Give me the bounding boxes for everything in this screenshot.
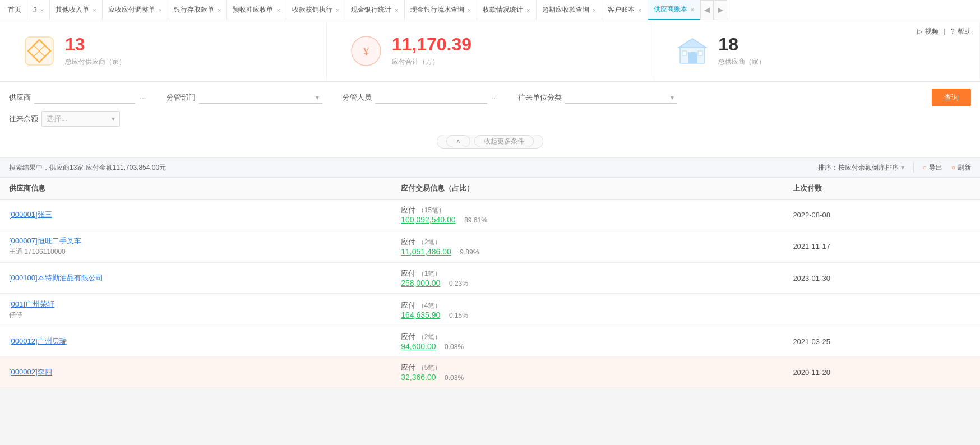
result-info: 搜索结果中，供应商13家 应付金额111,703,854.00元	[9, 163, 166, 173]
nav-tab-prepay[interactable]: 预收冲应收单 ×	[227, 0, 286, 20]
filter-item-person: 分管人员 ···	[343, 91, 498, 104]
cell-last-pay: 2022-08-08	[784, 200, 980, 230]
close-icon[interactable]: ×	[468, 7, 471, 13]
category-select-wrapper[interactable]: ▾	[565, 92, 677, 104]
balance-placeholder: 选择...	[47, 114, 110, 124]
last-pay-date: 2020-11-20	[793, 368, 830, 377]
balance-filter-label: 往来余额	[9, 114, 38, 124]
supplier-link[interactable]: [000002]李四	[9, 368, 52, 376]
nav-tab-label: 其他收入单	[56, 5, 89, 15]
result-right-actions: 排序：按应付余额倒序排序 ▾ ○ 导出 ○ 刷新	[818, 163, 972, 173]
supplier-sub: 仔仔	[9, 310, 383, 320]
cell-tx-info: 应付 （1笔） 258,000.00 0.23%	[392, 263, 784, 294]
nav-tab-cash-stat[interactable]: 现金银行统计 ×	[345, 0, 404, 20]
nav-tab-other-income[interactable]: 其他收入单 ×	[50, 0, 102, 20]
amount-value[interactable]: 258,000.00	[401, 279, 440, 288]
amount-value[interactable]: 94,600.00	[401, 342, 436, 351]
tx-count: （4笔）	[418, 302, 442, 309]
nav-tab-overdue[interactable]: 超期应收款查询 ×	[537, 0, 602, 20]
cell-last-pay: 2021-03-25	[784, 326, 980, 357]
close-icon[interactable]: ×	[395, 7, 398, 13]
table-row: [000002]李四 应付 （5笔） 32,366.00 0.03% 2020-…	[0, 357, 980, 388]
close-icon[interactable]: ×	[526, 7, 530, 13]
nav-tab-supplier-ledger[interactable]: 供应商账本 ×	[648, 0, 700, 20]
supplier-link[interactable]: [000001]张三	[9, 210, 52, 219]
nav-tab-label: 3	[33, 6, 37, 14]
refresh-button[interactable]: ○ 刷新	[951, 163, 971, 173]
nav-tab-label: 供应商账本	[654, 4, 687, 14]
sort-chevron-icon: ▾	[901, 164, 904, 171]
refresh-label: 刷新	[958, 163, 971, 173]
nav-tab-cash-flow[interactable]: 现金银行流水查询 ×	[405, 0, 477, 20]
filter-item-dept: 分管部门 ▾	[167, 92, 322, 104]
supplier-link[interactable]: [000007]恒旺二手叉车	[9, 237, 81, 245]
supplier-input[interactable]	[34, 91, 135, 104]
nav-tab-adjustment[interactable]: 应收应付调整单 ×	[103, 0, 168, 20]
nav-tab-label: 银行存取款单	[174, 5, 214, 15]
amount-value[interactable]: 11,051,486.00	[401, 247, 451, 256]
video-link[interactable]: 视频	[925, 27, 939, 35]
close-icon[interactable]: ×	[159, 7, 162, 13]
person-dots-icon[interactable]: ···	[492, 93, 498, 102]
nav-prev-arrow[interactable]: ◀	[700, 0, 714, 20]
nav-tab-customer-ledger[interactable]: 客户账本 ×	[602, 0, 648, 20]
close-icon[interactable]: ×	[336, 7, 339, 13]
nav-tab-label: 应收应付调整单	[108, 5, 155, 15]
nav-tab-label: 收款情况统计	[483, 5, 523, 15]
supplier-link[interactable]: [001]广州荣轩	[9, 300, 54, 308]
nav-tab-collection-stat[interactable]: 收款情况统计 ×	[477, 0, 536, 20]
balance-chevron-icon: ▾	[112, 115, 115, 123]
person-input[interactable]	[375, 91, 487, 104]
cell-tx-info: 应付 （4笔） 164,635.90 0.15%	[392, 294, 784, 326]
supplier-link[interactable]: [000012]广州贝瑞	[9, 337, 67, 345]
table-body: [000001]张三 应付 （15笔） 100,092,540.00 89.61…	[0, 200, 980, 388]
tx-label: 应付	[401, 301, 418, 309]
supplier-link[interactable]: [000100]本特勤油品有限公司	[9, 274, 103, 282]
amount-value[interactable]: 100,092,540.00	[401, 215, 455, 224]
supplier-sub: 王通 17106110000	[9, 247, 383, 257]
payable-amount-label: 应付合计（万）	[392, 57, 471, 67]
close-icon[interactable]: ×	[276, 7, 280, 13]
supplier-filter-label: 供应商	[9, 92, 31, 103]
close-icon[interactable]: ×	[638, 7, 641, 13]
summary-card-payable-amount: ¥ 11,170.39 应付合计（万）	[327, 23, 654, 79]
nav-tab-3[interactable]: 3 ×	[27, 0, 50, 20]
sort-button[interactable]: 排序：按应付余额倒序排序 ▾	[818, 163, 904, 173]
nav-tab-label: 首页	[8, 5, 21, 15]
close-icon[interactable]: ×	[593, 7, 596, 13]
th-last-pay: 上次付数	[784, 178, 980, 200]
nav-tab-bank[interactable]: 银行存取款单 ×	[168, 0, 227, 20]
export-button[interactable]: ○ 导出	[923, 163, 942, 173]
cell-supplier-info: [000001]张三	[0, 200, 392, 230]
last-pay-date: 2021-03-25	[793, 337, 830, 346]
person-filter-label: 分管人员	[343, 92, 372, 103]
total-suppliers-label: 总供应商（家）	[718, 57, 765, 67]
close-icon[interactable]: ×	[40, 7, 44, 13]
amount-value[interactable]: 32,366.00	[401, 373, 436, 382]
collapse-btn[interactable]: ∧ 收起更多条件	[437, 135, 543, 149]
nav-tab-label: 收款核销执行	[292, 5, 332, 15]
refresh-icon: ○	[951, 164, 955, 171]
close-icon[interactable]: ×	[218, 7, 221, 13]
tx-count: （5笔）	[418, 364, 442, 372]
close-icon[interactable]: ×	[691, 6, 694, 13]
supplier-dots-icon[interactable]: ···	[140, 93, 146, 102]
nav-tab-label: 现金银行流水查询	[410, 5, 464, 15]
tx-count: （2笔）	[418, 238, 442, 246]
cell-supplier-info: [001]广州荣轩 仔仔	[0, 294, 392, 326]
dept-select-wrapper[interactable]: ▾	[199, 92, 322, 104]
cell-last-pay: 2020-11-20	[784, 357, 980, 388]
help-link[interactable]: 帮助	[958, 27, 971, 35]
category-filter-label: 往来单位分类	[518, 92, 562, 103]
search-button[interactable]: 查询	[932, 89, 971, 106]
nav-next-arrow[interactable]: ▶	[714, 0, 727, 20]
nav-tab-label: 客户账本	[608, 5, 635, 15]
nav-tab-home[interactable]: 首页	[2, 0, 27, 20]
table-header-row: 供应商信息 应付交易信息（占比） 上次付数	[0, 178, 980, 200]
collapse-bar[interactable]: ∧ 收起更多条件	[9, 131, 971, 151]
close-icon[interactable]: ×	[93, 7, 96, 13]
nav-tab-collection[interactable]: 收款核销执行 ×	[286, 0, 345, 20]
balance-select-wrapper[interactable]: 选择... ▾	[41, 111, 120, 127]
amount-value[interactable]: 164,635.90	[401, 310, 440, 319]
cell-last-pay	[784, 294, 980, 326]
